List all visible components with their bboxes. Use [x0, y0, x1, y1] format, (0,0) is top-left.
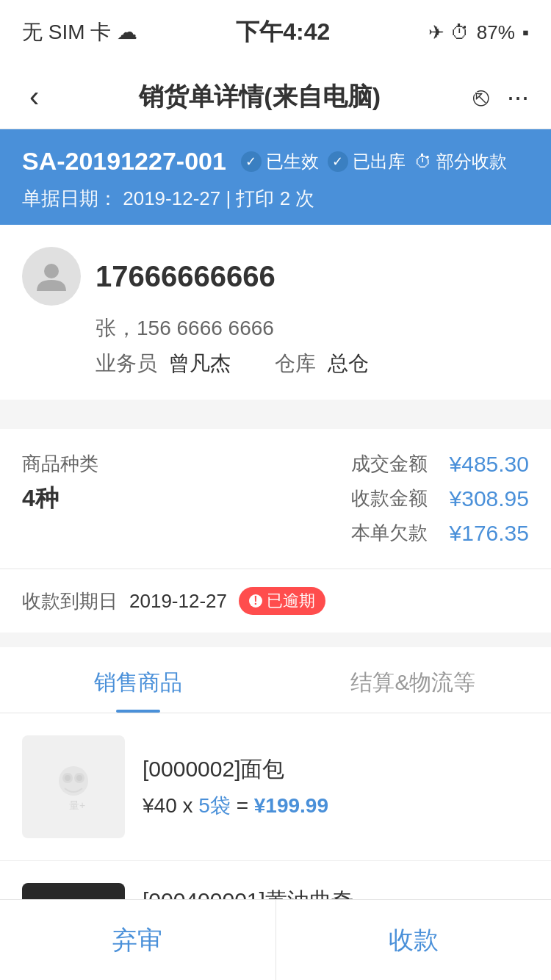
owed-label: 本单欠款 — [351, 520, 428, 546]
date-label: 单据日期： — [22, 187, 118, 209]
check-icon-1: ✓ — [241, 151, 262, 172]
received-amount-row: 收款金额 ¥308.95 — [351, 486, 529, 511]
salesperson-value: 曾凡杰 — [169, 350, 231, 378]
status-tag-effective: ✓ 已生效 — [241, 150, 319, 173]
status-tag-partial: ⏱ 部分收款 — [414, 150, 507, 173]
page-title: 销货单详情(来自电脑) — [139, 80, 381, 114]
type-count: 4种 — [22, 483, 98, 515]
status-bar: 无 SIM 卡 ☁ 下午4:42 ✈ ⏱ 87% ▪ — [0, 0, 551, 65]
summary-left: 商品种类 4种 — [22, 451, 98, 546]
equals-1: = — [231, 794, 254, 817]
warehouse-value: 总仓 — [328, 350, 369, 378]
tab-sales-products[interactable]: 销售商品 — [0, 647, 276, 713]
product-info-1: [0000002]面包 ¥40 x 5袋 = ¥199.99 — [143, 735, 529, 838]
bottom-bar: 弃审 收款 — [0, 899, 551, 980]
deal-amount-row: 成交金额 ¥485.30 — [351, 451, 529, 477]
overdue-badge: ! 已逾期 — [239, 587, 325, 615]
owed-value: ¥176.35 — [450, 521, 529, 546]
price-base-1: ¥40 x — [143, 794, 198, 817]
type-label: 商品种类 — [22, 451, 98, 477]
svg-point-5 — [76, 775, 82, 781]
overdue-dot-icon: ! — [249, 594, 262, 608]
header-top: SA-20191227-001 ✓ 已生效 ✓ 已出库 ⏱ 部分收款 — [22, 147, 529, 176]
status-left: 无 SIM 卡 ☁ — [22, 18, 137, 46]
date-value: 2019-12-27 — [123, 187, 220, 209]
status-tags: ✓ 已生效 ✓ 已出库 ⏱ 部分收款 — [241, 150, 507, 173]
summary-right: 成交金额 ¥485.30 收款金额 ¥308.95 本单欠款 ¥176.35 — [351, 451, 529, 546]
status-effective: 已生效 — [266, 150, 319, 173]
print-info: | 打印 2 次 — [226, 187, 314, 209]
salesperson-label: 业务员 — [96, 350, 157, 378]
divider-1 — [0, 414, 551, 429]
owed-amount-row: 本单欠款 ¥176.35 — [351, 520, 529, 546]
svg-point-4 — [65, 775, 71, 781]
warehouse-label: 仓库 — [275, 350, 316, 378]
due-label: 收款到期日 — [22, 588, 118, 614]
svg-point-0 — [44, 264, 59, 278]
customer-detail: 张，156 6666 6666 — [22, 314, 529, 342]
clock-icon: ⏱ — [414, 151, 432, 172]
received-value: ¥308.95 — [450, 486, 529, 511]
check-icon-2: ✓ — [328, 151, 348, 172]
customer-meta: 业务员 曾凡杰 仓库 总仓 — [22, 350, 529, 378]
salesperson-item: 业务员 曾凡杰 — [96, 350, 231, 378]
received-label: 收款金额 — [351, 486, 428, 511]
status-partial: 部分收款 — [436, 150, 507, 173]
product-name-1: [0000002]面包 — [143, 754, 529, 785]
status-time: 下午4:42 — [236, 16, 330, 48]
header-banner: SA-20191227-001 ✓ 已生效 ✓ 已出库 ⏱ 部分收款 单据日期：… — [0, 129, 551, 225]
back-button[interactable]: ‹ — [22, 73, 46, 120]
svg-text:量+: 量+ — [69, 799, 85, 811]
more-icon[interactable]: ··· — [507, 82, 529, 112]
due-section: 收款到期日 2019-12-27 ! 已逾期 — [0, 569, 551, 633]
warehouse-item: 仓库 总仓 — [275, 350, 369, 378]
order-id: SA-20191227-001 — [22, 147, 226, 176]
nav-bar: ‹ 销货单详情(来自电脑) ⎋ ··· — [0, 65, 551, 129]
status-shipped: 已出库 — [353, 150, 406, 173]
tab-settlement[interactable]: 结算&物流等 — [276, 647, 551, 713]
status-tag-shipped: ✓ 已出库 — [328, 150, 406, 173]
sim-text: 无 SIM 卡 ☁ — [22, 18, 137, 46]
share-icon[interactable]: ⎋ — [473, 82, 489, 112]
tabs-bar: 销售商品 结算&物流等 — [0, 647, 551, 713]
customer-section: 17666666666 张，156 6666 6666 业务员 曾凡杰 仓库 总… — [0, 225, 551, 400]
status-right: ✈ ⏱ 87% ▪ — [428, 21, 529, 44]
total-1: ¥199.99 — [254, 794, 328, 817]
customer-row: 17666666666 — [22, 247, 529, 306]
header-sub: 单据日期： 2019-12-27 | 打印 2 次 — [22, 186, 529, 212]
avatar — [22, 247, 81, 306]
battery-icon: ▪ — [522, 21, 529, 44]
deal-label: 成交金额 — [351, 451, 428, 477]
due-date: 2019-12-27 — [129, 590, 227, 613]
deal-value: ¥485.30 — [450, 452, 529, 477]
qty-1: 5袋 — [198, 794, 231, 817]
table-row: 量+ [0000002]面包 ¥40 x 5袋 = ¥199.99 — [0, 713, 551, 861]
divider-2 — [0, 633, 551, 647]
nav-actions: ⎋ ··· — [473, 82, 529, 112]
cancel-review-button[interactable]: 弃审 — [0, 900, 276, 980]
signal-icons: ✈ ⏱ — [428, 21, 469, 44]
summary-section: 商品种类 4种 成交金额 ¥485.30 收款金额 ¥308.95 本单欠款 ¥… — [0, 429, 551, 568]
payment-button[interactable]: 收款 — [276, 900, 552, 980]
customer-name: 17666666666 — [96, 260, 276, 293]
battery-text: 87% — [477, 21, 515, 44]
overdue-text: 已逾期 — [267, 590, 315, 612]
product-price-1: ¥40 x 5袋 = ¥199.99 — [143, 792, 529, 820]
product-thumbnail-1: 量+ — [22, 735, 125, 838]
